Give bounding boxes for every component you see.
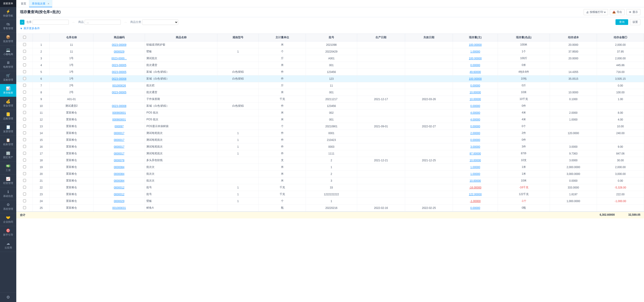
cell-checkbox[interactable]: [16, 62, 33, 69]
code-link[interactable]: 0000017: [114, 152, 124, 155]
code-link[interactable]: 0000017: [114, 138, 124, 141]
code-link[interactable]: 0000012: [114, 193, 124, 196]
row-checkbox[interactable]: [23, 179, 26, 182]
cell-checkbox[interactable]: [16, 157, 33, 164]
qty-link[interactable]: 1.00000: [470, 172, 480, 176]
qty-link[interactable]: 1.00000: [470, 166, 480, 169]
code-link[interactable]: 0023-00005: [112, 64, 126, 67]
row-checkbox[interactable]: [23, 193, 26, 196]
sidebar-item-ecommerce[interactable]: 🖥 电商管理: [0, 58, 16, 71]
code-link[interactable]: 0023-0000...: [112, 57, 127, 60]
code-link[interactable]: 000900001: [112, 118, 126, 121]
row-checkbox[interactable]: [23, 77, 26, 80]
qty-link[interactable]: 0.00000: [470, 125, 480, 128]
warehouse-input[interactable]: [32, 20, 69, 25]
row-checkbox[interactable]: [23, 63, 26, 66]
row-checkbox[interactable]: [23, 199, 26, 202]
goods-input[interactable]: [84, 20, 121, 25]
qty-link[interactable]: -16.00000: [469, 186, 481, 189]
qty-link[interactable]: 10.00000: [470, 159, 481, 162]
row-checkbox[interactable]: [23, 118, 26, 121]
code-link[interactable]: 001000026: [112, 84, 126, 87]
cell-checkbox[interactable]: [16, 109, 33, 116]
sidebar-item-inventory[interactable]: 📊 库存核算: [0, 84, 16, 97]
sidebar-item-smallecom[interactable]: 💻 小额电商: [0, 46, 16, 58]
qty-link[interactable]: 49.60000: [470, 70, 481, 74]
cell-checkbox[interactable]: [16, 184, 33, 191]
code-link[interactable]: 000900001: [112, 111, 126, 114]
row-checkbox[interactable]: [23, 145, 26, 148]
tab-inventory-batch[interactable]: 库存批次查 ✕: [29, 0, 52, 7]
cell-checkbox[interactable]: [16, 198, 33, 205]
cell-checkbox[interactable]: [16, 116, 33, 123]
code-link[interactable]: 0000084: [114, 172, 124, 176]
code-link[interactable]: 0023-00009: [112, 43, 126, 46]
display-button[interactable]: 👁 显示: [626, 9, 640, 15]
sidebar-item-ledger[interactable]: 📒 总账管理: [0, 110, 16, 123]
cell-checkbox[interactable]: [16, 137, 33, 143]
expand-conditions-button[interactable]: ▼ 展开更多条件: [20, 27, 40, 30]
code-link[interactable]: 0000029: [114, 50, 124, 53]
qty-link[interactable]: 4.00000: [470, 111, 480, 114]
row-checkbox[interactable]: [23, 138, 26, 141]
cell-checkbox[interactable]: [16, 191, 33, 198]
code-link[interactable]: 0023-00005: [112, 70, 126, 74]
row-checkbox[interactable]: [23, 50, 26, 53]
qty-link[interactable]: 100.00000: [469, 57, 482, 60]
sidebar-settings-button[interactable]: ⚙: [0, 292, 16, 302]
row-checkbox[interactable]: [23, 57, 26, 60]
row-checkbox[interactable]: [23, 206, 26, 209]
cell-checkbox[interactable]: [16, 69, 33, 75]
cell-checkbox[interactable]: [16, 143, 33, 150]
qty-link[interactable]: 2.00000: [470, 132, 480, 135]
qty-link[interactable]: 3.00000: [470, 145, 480, 148]
qty-link[interactable]: 0.00000: [470, 104, 480, 108]
cell-checkbox[interactable]: [16, 48, 33, 55]
cell-checkbox[interactable]: [16, 103, 33, 109]
sidebar-item-fixedassets[interactable]: 🏢 固定资产: [0, 149, 16, 162]
code-link[interactable]: 0023-00008: [112, 104, 126, 108]
row-checkbox[interactable]: [23, 84, 26, 87]
filter-expand-button[interactable]: ›: [20, 20, 24, 25]
export-button[interactable]: 📤 导出: [610, 9, 624, 15]
qty-link[interactable]: 10.00000: [470, 98, 481, 101]
row-checkbox[interactable]: [23, 43, 26, 46]
cell-checkbox[interactable]: [16, 164, 33, 171]
sidebar-item-newguide[interactable]: 🎯 新手引导: [0, 226, 16, 239]
qty-link[interactable]: 0.00000: [470, 64, 480, 67]
row-checkbox[interactable]: [23, 131, 26, 134]
sidebar-search[interactable]: 搜索菜单: [0, 0, 16, 7]
setting-button[interactable]: 设置: [630, 19, 640, 25]
code-link[interactable]: 0000084: [114, 166, 124, 169]
cell-checkbox[interactable]: [16, 89, 33, 96]
search-button[interactable]: 查询: [616, 19, 628, 25]
code-link[interactable]: 0000017: [114, 132, 124, 135]
sidebar-item-collab[interactable]: 🤝 企业协同: [0, 213, 16, 226]
qty-link[interactable]: 0.00000: [470, 138, 480, 141]
qty-link[interactable]: 0.00000: [470, 206, 480, 210]
row-checkbox[interactable]: [23, 186, 26, 189]
sidebar-item-purchase[interactable]: 🛒 采购管理: [0, 71, 16, 84]
qty-link[interactable]: 4.00000: [470, 118, 480, 121]
qty-link[interactable]: 0.00000: [470, 84, 480, 87]
qty-link[interactable]: 1.00000: [470, 50, 480, 53]
cell-checkbox[interactable]: [16, 150, 33, 157]
qty-link[interactable]: 10.00000: [470, 91, 481, 94]
qty-link[interactable]: -1.00000: [470, 200, 480, 203]
row-checkbox[interactable]: [23, 111, 26, 114]
row-checkbox[interactable]: [23, 97, 26, 100]
row-checkbox[interactable]: [23, 91, 26, 94]
code-link[interactable]: 0000017: [114, 145, 124, 148]
sidebar-item-wholesale[interactable]: 📦 批发管理: [0, 33, 16, 46]
sidebar-item-quicknav[interactable]: ⚡ 快捷导航: [0, 7, 16, 20]
code-link[interactable]: 0000029: [114, 200, 124, 203]
sidebar-item-basicinfo[interactable]: ℹ 基础信息: [0, 187, 16, 200]
code-link[interactable]: 0023-00005: [112, 91, 126, 94]
code-link[interactable]: 0000078: [114, 159, 124, 162]
qty-link[interactable]: 100.00000: [469, 77, 482, 80]
row-checkbox[interactable]: [23, 159, 26, 162]
print-template-button[interactable]: 🖨 按模板打印 ▾: [584, 9, 608, 15]
row-checkbox[interactable]: [23, 125, 26, 127]
cell-checkbox[interactable]: [16, 205, 33, 211]
code-link[interactable]: 0000012: [114, 186, 124, 189]
